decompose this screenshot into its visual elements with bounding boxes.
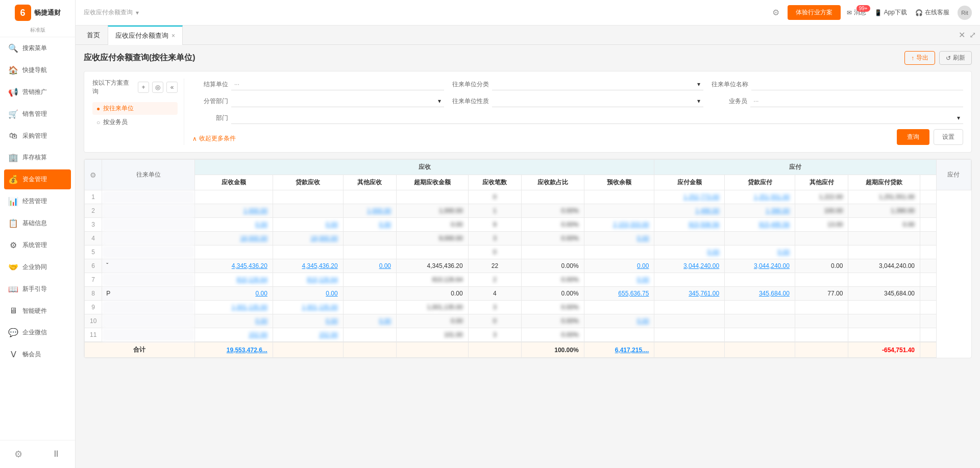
table-cell[interactable] (654, 314, 725, 328)
table-cell[interactable]: 0.00 (273, 314, 343, 328)
table-cell[interactable] (273, 204, 343, 218)
partner-nature-input[interactable]: ▾ (492, 95, 704, 107)
scheme-by-unit[interactable]: ● 按往来单位 (92, 102, 178, 115)
tab-receivable[interactable]: 应收应付余额查询 × (108, 26, 183, 45)
table-cell[interactable]: 1,000.00 (343, 204, 396, 218)
table-cell[interactable]: 1,000.00 (194, 204, 273, 218)
sidebar-item-basic[interactable]: 📋 基础信息 (0, 212, 75, 234)
promo-button[interactable]: 体验行业方案 (788, 5, 841, 20)
table-cell[interactable]: 0.00 (654, 245, 725, 259)
sidebar-item-finance[interactable]: 💰 资金管理 (4, 169, 71, 189)
table-cell[interactable]: 1,252,773.00 (654, 190, 725, 204)
table-cell[interactable]: 345,761.00 (654, 287, 725, 301)
table-cell[interactable] (343, 287, 396, 301)
sidebar-item-purchase[interactable]: 🛍 采购管理 (0, 125, 75, 146)
table-cell[interactable] (584, 328, 654, 342)
sidebar-item-member[interactable]: Ⅴ 畅会员 (0, 343, 75, 365)
salesman-input[interactable]: ··· (750, 95, 963, 107)
refresh-button[interactable]: ↺ 刷新 (939, 51, 972, 65)
table-cell[interactable]: 0.00 (584, 273, 654, 287)
table-cell[interactable]: 152.00 (273, 328, 343, 342)
table-cell[interactable]: 810,126.64 (273, 273, 343, 287)
sidebar-settings-button[interactable]: ⚙ (10, 445, 27, 464)
table-cell[interactable] (654, 301, 725, 314)
table-cell[interactable] (343, 232, 396, 245)
sidebar-item-inventory[interactable]: 🏢 库存核算 (0, 146, 75, 168)
table-cell[interactable] (725, 301, 795, 314)
table-cell[interactable]: 0.00 (273, 218, 343, 232)
scheme-by-staff[interactable]: ○ 按业务员 (92, 116, 178, 129)
settlement-unit-input[interactable]: ··· (231, 79, 444, 90)
query-button[interactable]: 查询 (897, 129, 929, 145)
table-cell[interactable]: 1,001,135.00 (194, 301, 273, 314)
table-cell[interactable]: 3,044,240.00 (654, 259, 725, 273)
table-cell[interactable] (343, 328, 396, 342)
sidebar-item-wechat[interactable]: 💬 企业微信 (0, 322, 75, 343)
collapse-scheme-button[interactable]: « (166, 82, 178, 93)
table-cell[interactable]: 4,345,436.20 (194, 259, 273, 273)
table-cell[interactable] (725, 232, 795, 245)
table-cell[interactable]: 1,490.00 (654, 204, 725, 218)
settings-scheme-button[interactable]: ◎ (152, 82, 163, 93)
sidebar-item-operations[interactable]: 📊 经营管理 (0, 190, 75, 212)
table-cell[interactable] (725, 273, 795, 287)
footer-advance-balance[interactable]: 6,417,215.... (584, 342, 654, 358)
table-cell[interactable] (584, 204, 654, 218)
table-cell[interactable]: 655,636.75 (584, 287, 654, 301)
table-cell[interactable]: 810,126.64 (194, 273, 273, 287)
table-cell[interactable]: 18,000.00 (273, 232, 343, 245)
table-cell[interactable]: 0.00 (194, 314, 273, 328)
partner-name-input[interactable] (751, 79, 963, 90)
dept-input[interactable]: ▾ (231, 112, 963, 124)
table-cell[interactable]: 0.00 (584, 232, 654, 245)
table-cell[interactable]: 915,508.56 (654, 218, 725, 232)
table-cell[interactable]: 0.00 (584, 259, 654, 273)
collapse-conditions-button[interactable]: ∧ 收起更多条件 (192, 134, 236, 143)
table-cell[interactable]: 0.00 (584, 314, 654, 328)
sidebar-collapse-button[interactable]: ⏸ (47, 445, 65, 464)
sidebar-item-marketing[interactable]: 📢 营销推广 (0, 81, 75, 103)
division-dept-input[interactable]: ▾ (231, 95, 444, 107)
table-cell[interactable]: 4,345,436.20 (273, 259, 343, 273)
add-scheme-button[interactable]: + (138, 82, 149, 93)
sidebar-item-search[interactable]: 🔍 搜索菜单 (0, 37, 75, 59)
table-cell[interactable] (725, 328, 795, 342)
tab-maximize-icon[interactable]: ⤢ (969, 30, 976, 40)
table-cell[interactable]: 915,495.56 (725, 218, 795, 232)
table-cell[interactable]: 2,153,333.00 (584, 218, 654, 232)
table-cell[interactable] (584, 190, 654, 204)
table-cell[interactable]: 0.00 (194, 287, 273, 301)
table-cell[interactable]: 0.00 (273, 287, 343, 301)
partner-category-input[interactable]: ▾ (492, 79, 704, 90)
breadcrumb-chevron-icon[interactable]: ▾ (136, 9, 139, 16)
table-cell[interactable] (584, 245, 654, 259)
settings-button[interactable]: 设置 (934, 129, 963, 145)
message-button[interactable]: ✉ 消息 99+ (847, 8, 866, 17)
table-cell[interactable]: 0.00 (343, 259, 396, 273)
table-settings-icon[interactable]: ⚙ (90, 171, 96, 179)
footer-receivable-amount[interactable]: 19,553,472,6... (194, 342, 273, 358)
table-cell[interactable] (725, 314, 795, 328)
tab-home[interactable]: 首页 (80, 26, 108, 45)
table-cell[interactable] (654, 328, 725, 342)
table-cell[interactable]: 1,251,551.00 (725, 190, 795, 204)
table-cell[interactable] (194, 190, 273, 204)
export-button[interactable]: ↑ 导出 (904, 51, 935, 65)
table-cell[interactable]: 18,000.00 (194, 232, 273, 245)
user-avatar[interactable]: Rit (958, 6, 972, 20)
sidebar-item-guide[interactable]: 📖 新手引导 (0, 278, 75, 300)
table-cell[interactable]: 0.00 (725, 245, 795, 259)
header-gear-icon[interactable]: ⚙ (770, 6, 781, 19)
table-cell[interactable] (273, 190, 343, 204)
table-cell[interactable] (343, 245, 396, 259)
sidebar-item-enterprise[interactable]: 🤝 企业协同 (0, 256, 75, 278)
tab-close-icon[interactable]: × (172, 32, 175, 39)
table-cell[interactable]: 152.00 (194, 328, 273, 342)
table-cell[interactable] (584, 301, 654, 314)
table-cell[interactable]: 0.00 (343, 218, 396, 232)
sidebar-item-system[interactable]: ⚙ 系统管理 (0, 234, 75, 256)
table-cell[interactable] (343, 273, 396, 287)
service-button[interactable]: 🎧 在线客服 (915, 8, 949, 17)
table-cell[interactable]: 345,684.00 (725, 287, 795, 301)
sidebar-item-sales[interactable]: 🛒 销售管理 (0, 103, 75, 125)
